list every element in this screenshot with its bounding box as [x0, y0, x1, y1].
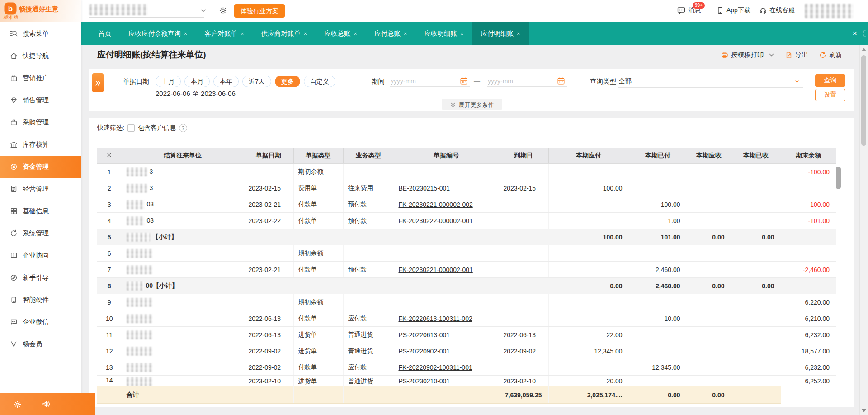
table-row: 13期初余额-100.00 [97, 164, 836, 180]
sidebar-item-畅会员[interactable]: 畅会员 [0, 333, 81, 355]
unit-cell: 3 [122, 180, 244, 196]
print-template-button[interactable]: 按模板打印 [721, 51, 774, 59]
tab-应付明细账[interactable]: 应付明细账× [472, 22, 529, 45]
tabbar-fullscreen-icon[interactable] [863, 30, 868, 37]
scroll-up-arrow-icon[interactable] [862, 48, 866, 51]
company-select-underline [89, 17, 204, 18]
redacted-unit-name [127, 265, 153, 274]
trial-plan-button[interactable]: 体验行业方案 [234, 4, 285, 18]
export-button[interactable]: 导出 [785, 51, 808, 59]
sidebar-item-企业微信[interactable]: 企业微信 [0, 311, 81, 333]
tab-应付总账[interactable]: 应付总账× [366, 22, 416, 45]
doc-no-link[interactable]: PS-20220613-001 [399, 331, 450, 339]
column-header-settings[interactable] [97, 148, 122, 164]
due-date-cell: 2022-06-13 [499, 327, 548, 343]
help-icon[interactable]: ? [179, 124, 187, 132]
tab-应收明细账[interactable]: 应收明细账× [415, 22, 472, 45]
sidebar-item-新手引导[interactable]: 新手引导 [0, 267, 81, 289]
total-row-blank [97, 386, 122, 404]
sidebar-item-系统管理[interactable]: 系统管理 [0, 222, 81, 244]
tab-供应商对账单[interactable]: 供应商对账单× [253, 22, 316, 45]
tab-close-icon[interactable]: × [404, 30, 407, 37]
doc-no-link[interactable]: PS-20220902-001 [399, 348, 450, 355]
chevron-down-icon[interactable] [200, 7, 207, 14]
doc-date-cell: 2023-02-15 [244, 180, 293, 196]
tabbar-close-icon[interactable]: × [852, 29, 857, 38]
app-download-button[interactable]: App下载 [717, 6, 750, 14]
online-support-button[interactable]: 在线客服 [760, 6, 795, 14]
query-type-select[interactable]: 全部 [618, 75, 803, 88]
page-scrollbar[interactable] [859, 45, 868, 415]
tab-close-icon[interactable]: × [184, 30, 188, 37]
row-number: 1 [97, 164, 122, 180]
sidebar-item-搜索菜单[interactable]: 搜索菜单 [0, 23, 81, 45]
page-scrollbar-thumb[interactable] [861, 55, 866, 146]
custom-range-pill[interactable]: 自定义 [304, 76, 335, 87]
sidebar-item-销售管理[interactable]: 销售管理 [0, 89, 81, 111]
footer-gear-icon[interactable] [14, 401, 21, 408]
doc-no-cell [394, 229, 499, 245]
sidebar-item-快捷导航[interactable]: 快捷导航 [0, 45, 81, 67]
balance-cell: -100.00 [781, 196, 836, 213]
column-header-期末余额: 期末余额 [781, 148, 836, 164]
tab-客户对账单[interactable]: 客户对账单× [196, 22, 253, 45]
sidebar-item-企业协同[interactable]: 企业协同 [0, 244, 81, 267]
refresh-button[interactable]: 刷新 [819, 51, 842, 59]
messages-button[interactable]: 消息 99+ [677, 6, 701, 14]
period-to-input[interactable] [487, 75, 567, 87]
doc-no-link[interactable]: FK-20230221-000002-002 [399, 201, 473, 208]
sidebar-item-营销推广[interactable]: 营销推广 [0, 67, 81, 89]
refresh-icon [819, 52, 826, 59]
range-pill-近7天[interactable]: 近7天 [242, 76, 271, 87]
table-row: 142023-02-10进货单普通进货PS-20230210-0012023-0… [97, 376, 836, 386]
redacted-user-avatar[interactable] [805, 4, 854, 18]
collapse-filter-tab[interactable] [92, 73, 104, 92]
paid-cell [629, 327, 687, 343]
tab-close-icon[interactable]: × [460, 30, 464, 37]
sidebar-item-经营管理[interactable]: 经营管理 [0, 178, 81, 200]
chevron-down-icon[interactable] [769, 52, 774, 58]
tab-close-icon[interactable]: × [241, 30, 244, 37]
tab-close-icon[interactable]: × [517, 30, 520, 37]
more-ranges-pill[interactable]: 更多 [275, 76, 300, 87]
column-header-label: 单据编号 [434, 152, 459, 159]
table-scrollbar-thumb[interactable] [836, 167, 841, 189]
settings-gear-icon[interactable] [219, 7, 227, 14]
range-pill-本年[interactable]: 本年 [213, 76, 239, 87]
search-button[interactable]: 查询 [815, 74, 845, 87]
sidebar-item-采购管理[interactable]: 采购管理 [0, 111, 81, 134]
doc-no-cell: PS-20220902-001 [394, 343, 499, 359]
doc-no-link[interactable]: BE-20230215-001 [399, 185, 450, 192]
row-number: 12 [97, 343, 122, 359]
tab-close-icon[interactable]: × [354, 30, 357, 37]
messages-badge: 99+ [693, 2, 705, 9]
scroll-down-arrow-icon[interactable] [862, 409, 866, 412]
doc-no-link[interactable]: FK-20230222-000002-001 [399, 217, 473, 224]
sidebar-item-库存核算[interactable]: 库存核算 [0, 134, 81, 156]
range-pill-上月[interactable]: 上月 [156, 76, 181, 87]
tab-应收应付余额查询[interactable]: 应收应付余额查询× [120, 22, 196, 45]
doc-no-link[interactable]: FK-20220613-100311-002 [399, 315, 472, 322]
balance-cell: 6,210.00 [781, 310, 836, 327]
announcement-speaker-icon[interactable] [42, 400, 50, 408]
tab-应收总账[interactable]: 应收总账× [316, 22, 366, 45]
calendar-icon[interactable] [557, 77, 565, 85]
printer-icon [721, 52, 728, 59]
range-pill-本月[interactable]: 本月 [184, 76, 210, 87]
received-cell [731, 327, 781, 343]
calendar-icon[interactable] [460, 77, 468, 85]
doc-no-link[interactable]: FK-20230221-000002-001 [399, 266, 473, 273]
doc-type-cell: 期初余额 [293, 245, 343, 262]
doc-no-link[interactable]: FK-20220902-100311-001 [399, 364, 472, 371]
tab-close-icon[interactable]: × [304, 30, 307, 37]
period-from-input[interactable] [390, 75, 470, 87]
sidebar-item-资金管理[interactable]: 资金管理 [0, 156, 81, 178]
received-cell [731, 180, 781, 196]
tab-首页[interactable]: 首页 [90, 22, 120, 45]
sidebar-item-label: 畅会员 [23, 340, 42, 348]
sidebar-item-智能硬件[interactable]: 智能硬件 [0, 289, 81, 311]
expand-more-conditions[interactable]: 展开更多条件 [442, 99, 502, 110]
sidebar-item-基础信息[interactable]: 基础信息 [0, 200, 81, 222]
include-customer-checkbox[interactable] [127, 124, 135, 132]
settings-button[interactable]: 设置 [815, 89, 845, 101]
